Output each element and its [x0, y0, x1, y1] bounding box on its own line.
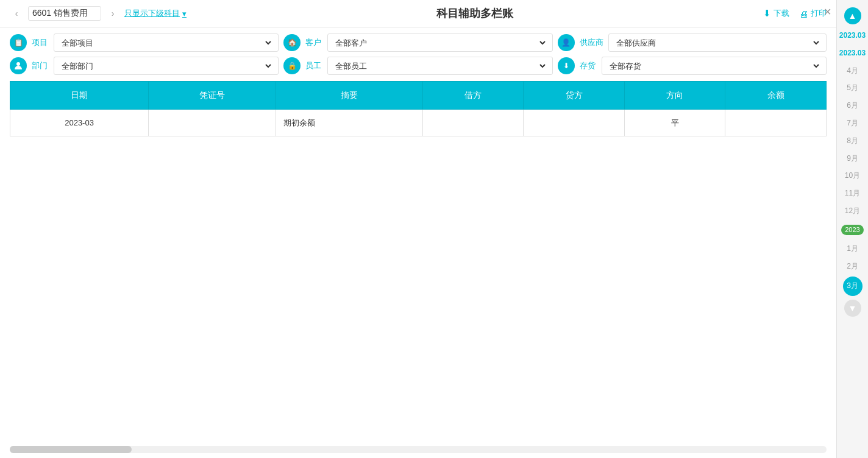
sidebar-active-month-3[interactable]: 3月	[843, 277, 863, 296]
ledger-table: 日期 凭证号 摘要 借方 贷方 方向 余额 2023-03 期初余额 平	[10, 81, 827, 136]
employee-select-input[interactable]: 全部员工	[333, 61, 547, 71]
table-header-row: 日期 凭证号 摘要 借方 贷方 方向 余额	[10, 82, 827, 110]
filter-inventory: ⬇ 存货 全部存货	[558, 57, 827, 75]
inventory-select[interactable]: 全部存货	[602, 57, 827, 75]
table-row: 2023-03 期初余额 平	[10, 110, 827, 136]
sidebar-month-1[interactable]: 1月	[837, 240, 868, 258]
sidebar-month-12[interactable]: 12月	[837, 202, 868, 220]
cell-voucher	[149, 110, 276, 136]
horizontal-scrollbar[interactable]	[10, 446, 827, 453]
cell-date: 2023-03	[10, 110, 149, 136]
sidebar-month-7[interactable]: 7月	[837, 114, 868, 132]
sidebar-down-button[interactable]: ▼	[844, 300, 861, 317]
project-select-input[interactable]: 全部项目	[59, 38, 273, 48]
sidebar-month-9[interactable]: 9月	[837, 150, 868, 167]
filter-employee: 🔒 员工 全部员工	[283, 57, 552, 75]
supplier-select[interactable]: 全部供应商	[608, 33, 827, 52]
customer-select-input[interactable]: 全部客户	[333, 38, 547, 48]
print-button[interactable]: 🖨 打印	[799, 8, 827, 19]
project-select[interactable]: 全部项目	[54, 33, 279, 52]
filter-supplier: 👤 供应商 全部供应商	[558, 33, 827, 52]
show-sub-label: 只显示下级科目	[124, 8, 180, 19]
sidebar-month-10[interactable]: 10月	[837, 167, 868, 185]
sidebar-month-11[interactable]: 11月	[837, 185, 868, 202]
department-label: 部门	[32, 60, 49, 71]
department-select-input[interactable]: 全部部门	[59, 61, 273, 71]
year-badge: 2023	[841, 225, 863, 235]
table-container: 日期 凭证号 摘要 借方 贷方 方向 余额 2023-03 期初余额 平	[10, 81, 827, 441]
sidebar-month-4[interactable]: 4月	[837, 62, 868, 80]
cell-direction: 平	[624, 110, 725, 136]
sidebar-period-2023-03-a[interactable]: 2023.03	[837, 27, 868, 44]
download-label: 下载	[774, 8, 789, 19]
sidebar-up-button[interactable]: ▲	[844, 7, 861, 24]
col-direction: 方向	[624, 82, 725, 110]
cell-debit	[422, 110, 524, 136]
col-debit: 借方	[422, 82, 524, 110]
sidebar-year-2023[interactable]: 2023	[837, 220, 868, 240]
employee-icon: 🔒	[283, 57, 301, 74]
department-icon	[10, 57, 27, 74]
page-title: 科目辅助多栏账	[436, 6, 513, 21]
sidebar-month-6[interactable]: 6月	[837, 97, 868, 114]
employee-label: 员工	[305, 60, 322, 71]
supplier-select-input[interactable]: 全部供应商	[614, 38, 821, 48]
download-button[interactable]: ⬇ 下载	[763, 8, 789, 19]
right-sidebar: ▲ 2023.03 2023.03 4月 5月 6月 7月 8月 9月 10月 …	[836, 0, 868, 458]
show-sub-arrow-icon: ▾	[182, 9, 187, 18]
project-icon: 📋	[10, 34, 27, 51]
prev-account-button[interactable]: ‹	[10, 7, 23, 20]
inventory-icon: ⬇	[558, 57, 575, 74]
col-balance: 余额	[725, 82, 827, 110]
filter-customer: 🏠 客户 全部客户	[283, 33, 552, 52]
top-bar-right: ⬇ 下载 🖨 打印	[763, 8, 827, 19]
col-date: 日期	[10, 82, 149, 110]
download-icon: ⬇	[763, 8, 771, 19]
filter-department: 部门 全部部门	[10, 57, 279, 75]
print-icon: 🖨	[799, 9, 808, 19]
sidebar-month-2[interactable]: 2月	[837, 258, 868, 275]
show-sub-button[interactable]: 只显示下级科目 ▾	[124, 8, 187, 19]
cell-summary: 期初余额	[276, 110, 422, 136]
customer-label: 客户	[305, 37, 322, 48]
col-credit: 贷方	[524, 82, 625, 110]
period-label: 2023.03	[839, 49, 866, 57]
inventory-label: 存货	[580, 60, 597, 71]
period-label: 2023.03	[839, 31, 866, 40]
cell-balance	[725, 110, 827, 136]
filter-bar: 📋 项目 全部项目 🏠 客户 全部客户 👤 供应商 全部供应商	[0, 27, 836, 81]
col-summary: 摘要	[276, 82, 422, 110]
svg-point-0	[16, 62, 20, 66]
employee-select[interactable]: 全部员工	[327, 57, 552, 75]
sidebar-period-2023-03-b[interactable]: 2023.03	[837, 44, 868, 62]
sidebar-month-8[interactable]: 8月	[837, 132, 868, 150]
close-button[interactable]: ✕	[824, 6, 831, 18]
supplier-icon: 👤	[558, 34, 575, 51]
customer-select[interactable]: 全部客户	[327, 33, 552, 52]
scrollbar-thumb[interactable]	[10, 446, 132, 453]
inventory-select-input[interactable]: 全部存货	[607, 61, 821, 71]
customer-icon: 🏠	[283, 34, 301, 51]
filter-project: 📋 项目 全部项目	[10, 33, 279, 52]
account-code: 6601 销售费用	[28, 6, 101, 21]
sidebar-month-5[interactable]: 5月	[837, 79, 868, 97]
department-select[interactable]: 全部部门	[54, 57, 279, 75]
supplier-label: 供应商	[580, 37, 603, 48]
top-bar-left: ‹ 6601 销售费用 › 只显示下级科目 ▾	[10, 6, 187, 21]
col-voucher: 凭证号	[149, 82, 276, 110]
project-label: 项目	[32, 37, 49, 48]
cell-credit	[524, 110, 625, 136]
next-account-button[interactable]: ›	[106, 7, 119, 20]
top-bar: ‹ 6601 销售费用 › 只显示下级科目 ▾ 科目辅助多栏账 ⬇ 下载 🖨 打…	[0, 0, 836, 27]
